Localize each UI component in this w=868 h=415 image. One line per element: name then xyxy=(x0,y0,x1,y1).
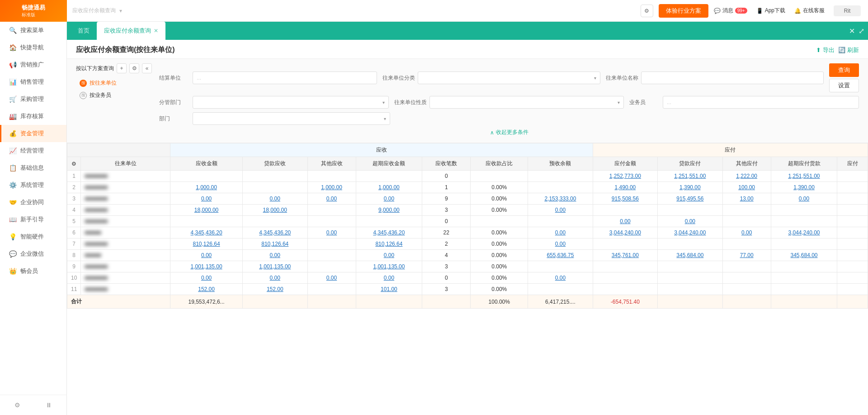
sidebar-item-9[interactable]: ⚙️系统管理 xyxy=(0,176,66,194)
salesman-input[interactable]: ... xyxy=(663,96,859,109)
row-ar-prepay[interactable]: 0.00 xyxy=(528,239,593,250)
row-ar-prepay[interactable]: 0.00 xyxy=(528,272,593,284)
row-ar-overdue[interactable]: 0.00 xyxy=(356,250,422,261)
row-ar-overdue[interactable]: 1,001,135.00 xyxy=(356,261,422,272)
row-ar-overdue[interactable]: 0.00 xyxy=(356,193,422,205)
row-ar-loan[interactable]: 152.00 xyxy=(243,284,307,295)
row-ar-overdue[interactable]: 0.00 xyxy=(356,272,422,284)
online-service-button[interactable]: 🔔 在线客服 xyxy=(794,7,825,14)
scheme-by-salesman[interactable]: 按 按业务员 xyxy=(76,89,152,101)
row-ap-overdue[interactable]: 345,684.00 xyxy=(771,250,837,261)
row-ap-loan[interactable]: 1,390.00 xyxy=(658,182,722,193)
unit-name-input[interactable] xyxy=(641,72,824,84)
row-ap-loan[interactable]: 3,044,240.00 xyxy=(658,227,722,239)
messages-button[interactable]: 💬 消息 99+ xyxy=(714,7,747,14)
row-ap-amount[interactable]: 1,252,773.00 xyxy=(593,171,657,182)
row-ap-amount[interactable]: 0.00 xyxy=(593,216,657,227)
query-button[interactable]: 查询 xyxy=(829,63,859,77)
sidebar-item-12[interactable]: 💡智能硬件 xyxy=(0,228,66,245)
row-ar-other[interactable]: 1,000.00 xyxy=(307,182,356,193)
sidebar-item-7[interactable]: 📈经营管理 xyxy=(0,142,66,159)
sidebar-item-5[interactable]: 🏭库存核算 xyxy=(0,108,66,125)
row-ap-loan[interactable]: 0.00 xyxy=(658,216,722,227)
unit-nature-input[interactable]: ▾ xyxy=(429,96,624,109)
row-ar-overdue[interactable]: 1,000.00 xyxy=(356,182,422,193)
tab-query[interactable]: 应收应付余额查询 ✕ xyxy=(97,22,165,40)
tab-maximize-button[interactable]: ⤢ xyxy=(859,27,864,35)
sidebar-item-3[interactable]: 📊销售管理 xyxy=(0,73,66,91)
row-ar-overdue[interactable]: 4,345,436.20 xyxy=(356,227,422,239)
dept-input[interactable]: ▾ xyxy=(193,112,390,125)
tab-minimize-button[interactable]: ✕ xyxy=(849,27,855,35)
sidebar-item-1[interactable]: 🏠快捷导航 xyxy=(0,39,66,56)
sidebar-item-10[interactable]: 🤝企业协同 xyxy=(0,194,66,211)
row-ap-overdue[interactable]: 3,044,240.00 xyxy=(771,227,837,239)
settlement-unit-input[interactable]: ... xyxy=(193,72,377,84)
row-ar-amount[interactable]: 1,000.00 xyxy=(170,182,243,193)
row-ar-other[interactable]: 0.00 xyxy=(307,193,356,205)
row-ar-loan[interactable]: 18,000.00 xyxy=(243,205,307,216)
tab-home[interactable]: 首页 xyxy=(71,22,97,40)
sidebar-settings-button[interactable]: ⚙ xyxy=(4,399,32,411)
row-ap-other[interactable]: 0.00 xyxy=(722,227,771,239)
row-ap-amount[interactable]: 345,761.00 xyxy=(593,250,657,261)
row-ap-other[interactable]: 100.00 xyxy=(722,182,771,193)
row-ar-amount[interactable]: 18,000.00 xyxy=(170,205,243,216)
row-ap-other[interactable]: 13.00 xyxy=(722,193,771,205)
collapse-scheme-button[interactable]: « xyxy=(142,63,152,73)
row-ap-amount[interactable]: 3,044,240.00 xyxy=(593,227,657,239)
row-ar-prepay[interactable]: 2,153,333.00 xyxy=(528,193,593,205)
row-ap-other[interactable]: 77.00 xyxy=(722,250,771,261)
row-ar-amount[interactable]: 4,345,436.20 xyxy=(170,227,243,239)
sidebar-collapse-button[interactable]: ⏸ xyxy=(35,399,63,411)
row-ar-prepay[interactable]: 655,636.75 xyxy=(528,250,593,261)
set-button[interactable]: 设置 xyxy=(829,79,859,92)
row-ap-overdue[interactable]: 0.00 xyxy=(771,193,837,205)
sidebar-item-2[interactable]: 📢营销推广 xyxy=(0,56,66,73)
user-avatar[interactable]: Rit xyxy=(834,5,861,16)
row-ar-amount[interactable]: 0.00 xyxy=(170,193,243,205)
row-ar-prepay[interactable]: 0.00 xyxy=(528,227,593,239)
sidebar-item-8[interactable]: 📋基础信息 xyxy=(0,159,66,176)
row-ap-loan[interactable]: 915,495.56 xyxy=(658,193,722,205)
gear-button[interactable]: ⚙ xyxy=(641,5,653,17)
row-ar-loan[interactable]: 0.00 xyxy=(243,193,307,205)
export-button[interactable]: ⬆ 导出 xyxy=(816,46,835,54)
row-ap-overdue[interactable]: 1,251,551.00 xyxy=(771,171,837,182)
row-ar-other[interactable]: 0.00 xyxy=(307,227,356,239)
row-ar-loan[interactable]: 0.00 xyxy=(243,272,307,284)
row-ar-amount[interactable]: 1,001,135.00 xyxy=(170,261,243,272)
row-ap-other[interactable]: 1,222.00 xyxy=(722,171,771,182)
sidebar-item-11[interactable]: 📖新手引导 xyxy=(0,211,66,228)
row-ar-prepay[interactable]: 0.00 xyxy=(528,205,593,216)
sidebar-item-14[interactable]: 👑畅会员 xyxy=(0,262,66,280)
tab-close-icon[interactable]: ✕ xyxy=(154,28,158,34)
sidebar-item-0[interactable]: 🔍搜索菜单 xyxy=(0,22,66,39)
row-ar-amount[interactable]: 810,126.64 xyxy=(170,239,243,250)
refresh-button[interactable]: 🔄 刷新 xyxy=(838,46,859,54)
trial-button[interactable]: 体验行业方案 xyxy=(659,4,708,18)
row-ap-overdue[interactable]: 1,390.00 xyxy=(771,182,837,193)
sidebar-item-13[interactable]: 💬企业微信 xyxy=(0,245,66,262)
sidebar-item-6[interactable]: 💰资金管理 xyxy=(0,125,66,142)
app-download-button[interactable]: 📱 App下载 xyxy=(756,7,785,14)
row-ap-loan[interactable]: 1,251,551.00 xyxy=(658,171,722,182)
row-ar-overdue[interactable]: 810,126.64 xyxy=(356,239,422,250)
row-ar-amount[interactable]: 0.00 xyxy=(170,250,243,261)
row-ar-loan[interactable]: 4,345,436.20 xyxy=(243,227,307,239)
sidebar-item-4[interactable]: 🛒采购管理 xyxy=(0,91,66,108)
unit-category-input[interactable]: ▾ xyxy=(418,72,600,84)
th-gear[interactable]: ⚙ xyxy=(67,157,81,171)
division-dept-input[interactable]: ▾ xyxy=(193,96,389,109)
row-ar-amount[interactable]: 152.00 xyxy=(170,284,243,295)
row-ar-overdue[interactable]: 9,000.00 xyxy=(356,205,422,216)
row-ap-amount[interactable]: 1,490.00 xyxy=(593,182,657,193)
row-ar-loan[interactable]: 0.00 xyxy=(243,250,307,261)
add-scheme-button[interactable]: + xyxy=(117,63,127,73)
row-ar-loan[interactable]: 1,001,135.00 xyxy=(243,261,307,272)
row-ap-amount[interactable]: 915,508.56 xyxy=(593,193,657,205)
row-ar-amount[interactable]: 0.00 xyxy=(170,272,243,284)
row-ap-loan[interactable]: 345,684.00 xyxy=(658,250,722,261)
row-ar-other[interactable]: 0.00 xyxy=(307,272,356,284)
row-ar-overdue[interactable]: 101.00 xyxy=(356,284,422,295)
